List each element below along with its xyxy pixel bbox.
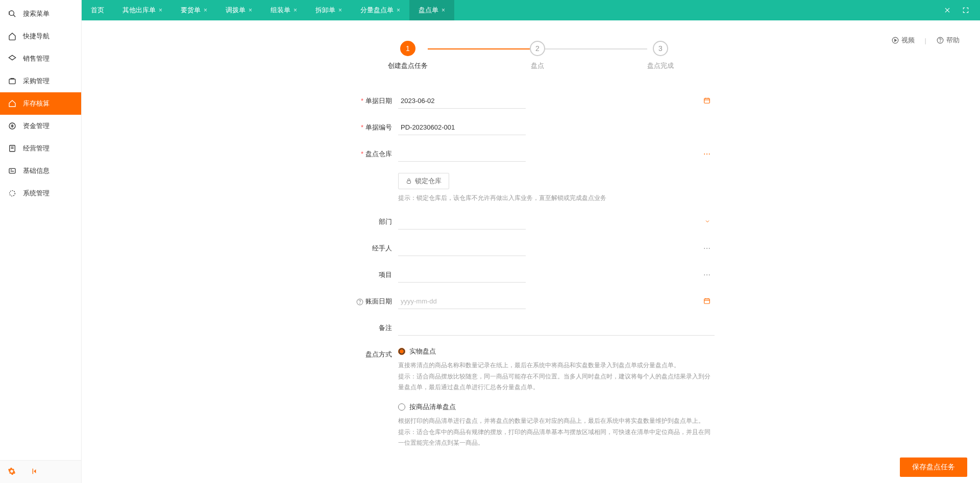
remark-input[interactable] — [398, 320, 715, 336]
date-label: *单据日期 — [347, 93, 398, 106]
step-circle: 2 — [530, 41, 545, 56]
tab-assemble[interactable]: 组装单 × — [261, 0, 306, 20]
account-date-label: 账面日期 — [347, 294, 398, 306]
close-icon[interactable]: × — [397, 7, 400, 14]
step-circle: 1 — [400, 41, 415, 56]
sidebar-item-sales[interactable]: 销售管理 — [0, 47, 81, 70]
close-icon[interactable]: × — [293, 7, 297, 14]
svg-point-12 — [10, 191, 15, 196]
remark-label: 备注 — [347, 320, 398, 333]
project-label: 项目 — [347, 267, 398, 279]
sidebar-item-label: 快捷导航 — [23, 32, 50, 41]
tab-partial-inventory[interactable]: 分量盘点单 × — [351, 0, 409, 20]
sidebar-item-label: 系统管理 — [23, 189, 50, 198]
more-icon[interactable]: ⋯ — [703, 271, 710, 279]
home-icon — [8, 32, 17, 41]
sidebar-item-purchase[interactable]: 采购管理 — [0, 70, 81, 92]
calendar-icon[interactable] — [703, 297, 710, 306]
sidebar-footer — [0, 460, 81, 483]
method-option-physical[interactable]: 实物盘点 — [398, 347, 715, 356]
fullscreen-button[interactable] — [957, 0, 975, 20]
method-option-list[interactable]: 按商品清单盘点 — [398, 402, 715, 412]
steps: 1 创建盘点任务 2 盘点 3 盘点完成 — [112, 36, 949, 70]
account-date-input[interactable] — [398, 294, 526, 309]
close-icon[interactable]: × — [159, 7, 162, 14]
svg-rect-19 — [704, 98, 710, 103]
tab-label: 分量盘点单 — [360, 6, 394, 15]
tab-home[interactable]: 首页 — [82, 0, 113, 20]
sidebar-item-label: 销售管理 — [23, 54, 50, 63]
sidebar-item-system[interactable]: 系统管理 — [0, 182, 81, 205]
radio-physical[interactable] — [398, 348, 405, 355]
calendar-icon[interactable] — [703, 97, 710, 106]
sidebar-item-inventory[interactable]: 库存核算 — [0, 92, 81, 115]
step-2: 2 盘点 — [530, 41, 545, 70]
gear-icon[interactable] — [8, 467, 16, 477]
svg-rect-4 — [9, 79, 15, 84]
lock-hint: 提示：锁定仓库后，该仓库不允许再做出入库业务，直至解锁或完成盘点业务 — [398, 193, 715, 203]
close-icon[interactable]: × — [442, 7, 445, 14]
svg-marker-16 — [894, 39, 896, 42]
save-task-button[interactable]: 保存盘点任务 — [900, 457, 967, 477]
sidebar-item-label: 经营管理 — [23, 144, 50, 153]
tab-label: 要货单 — [181, 6, 201, 15]
form: *单据日期 *单据编号 — [347, 93, 715, 458]
svg-marker-3 — [9, 55, 15, 60]
help-links: 视频 | 帮助 — [892, 36, 960, 45]
radio-label: 按商品清单盘点 — [409, 402, 456, 412]
inventory-icon — [8, 99, 17, 108]
video-label: 视频 — [901, 36, 915, 45]
sidebar-item-nav[interactable]: 快捷导航 — [0, 25, 81, 47]
close-icon[interactable]: × — [204, 7, 207, 14]
method2-desc: 根据打印的商品清单进行盘点，并将盘点的数量记录在对应的商品上，最后在系统中将实盘… — [398, 416, 715, 449]
sidebar-item-info[interactable]: 基础信息 — [0, 160, 81, 182]
handler-input[interactable] — [398, 241, 526, 256]
tabs-bar: 首页 其他出库单 × 要货单 × 调拨单 × 组装单 × 拆卸单 × — [82, 0, 980, 20]
tab-transfer[interactable]: 调拨单 × — [216, 0, 261, 20]
warehouse-input[interactable] — [398, 146, 526, 162]
radio-list[interactable] — [398, 403, 405, 411]
date-input[interactable] — [398, 93, 526, 109]
sidebar-item-fund[interactable]: 资金管理 — [0, 115, 81, 137]
step-line — [545, 48, 647, 49]
sidebar-item-label: 搜索菜单 — [23, 9, 50, 18]
step-3: 3 盘点完成 — [647, 41, 674, 70]
no-input[interactable] — [398, 120, 526, 135]
tab-label: 盘点单 — [419, 6, 438, 15]
project-input[interactable] — [398, 267, 526, 283]
lock-warehouse-button[interactable]: 锁定仓库 — [398, 173, 449, 189]
sidebar-item-manage[interactable]: 经营管理 — [0, 137, 81, 160]
help-link[interactable]: 帮助 — [937, 36, 960, 45]
question-icon[interactable] — [356, 298, 363, 306]
close-icon[interactable]: × — [249, 7, 252, 14]
no-label: *单据编号 — [347, 120, 398, 132]
chevron-down-icon[interactable] — [704, 218, 710, 226]
tab-inventory[interactable]: 盘点单 × — [409, 0, 454, 20]
separator: | — [925, 37, 926, 44]
method1-desc: 直接将清点的商品名称和数量记录在纸上，最后在系统中将商品和实盘数量录入到盘点单或… — [398, 360, 715, 393]
collapse-icon[interactable] — [31, 467, 39, 477]
close-all-tabs-button[interactable] — [938, 0, 957, 20]
sidebar: 搜索菜单 快捷导航 销售管理 采购管理 — [0, 0, 82, 483]
tab-disassemble[interactable]: 拆卸单 × — [306, 0, 351, 20]
close-icon[interactable]: × — [338, 7, 342, 14]
sidebar-item-label: 采购管理 — [23, 77, 50, 86]
tab-label: 拆卸单 — [315, 6, 335, 15]
svg-point-0 — [9, 11, 14, 15]
info-icon — [8, 166, 17, 175]
svg-point-25 — [360, 303, 360, 303]
tab-label: 组装单 — [271, 6, 290, 15]
tab-request[interactable]: 要货单 × — [172, 0, 216, 20]
dept-input[interactable] — [398, 214, 526, 230]
svg-point-18 — [940, 42, 941, 42]
sidebar-item-search[interactable]: 搜索菜单 — [0, 3, 81, 25]
more-icon[interactable]: ⋯ — [703, 244, 710, 252]
video-link[interactable]: 视频 — [892, 36, 915, 45]
step-label: 盘点完成 — [647, 61, 674, 70]
manage-icon — [8, 144, 17, 153]
purchase-icon — [8, 77, 17, 86]
step-label: 盘点 — [531, 61, 544, 70]
tab-other-out[interactable]: 其他出库单 × — [113, 0, 172, 20]
svg-rect-26 — [704, 299, 710, 303]
more-icon[interactable]: ⋯ — [703, 150, 710, 158]
